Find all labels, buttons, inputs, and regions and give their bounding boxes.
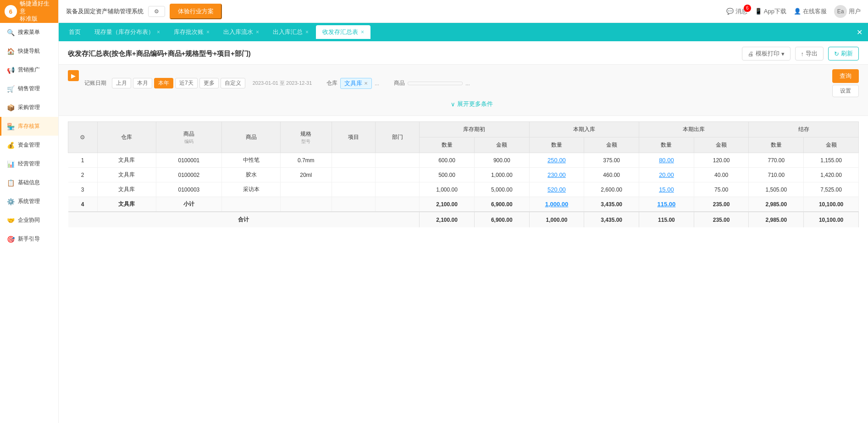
experience-button[interactable]: 体验行业方案 [170,4,222,19]
tab-batch-close[interactable]: × [206,29,210,35]
sidebar-item-guide[interactable]: 🎯 新手引导 [0,230,58,248]
row3-in-qty-link[interactable]: 520.00 [547,186,566,193]
date-btn-this-year[interactable]: 本年 [154,78,173,88]
sidebar-item-label: 资金管理 [18,141,40,149]
export-button[interactable]: ↑ 导出 [795,47,824,60]
tab-home[interactable]: 首页 [62,25,87,39]
date-btn-7days[interactable]: 近7天 [175,78,198,88]
sidebar-item-quick-nav[interactable]: 🏠 快捷导航 [0,42,58,60]
subtotal-opening-qty: 2,100.00 [420,197,475,212]
sidebar-item-finance[interactable]: 💰 资金管理 [0,136,58,154]
date-range: 2023-01-01 至 2023-12-31 [253,80,312,87]
total-opening-qty: 2,100.00 [420,212,475,227]
header-left: 装备及固定资产辅助管理系统 ⚙ 体验行业方案 [66,4,222,19]
sidebar-item-label: 经营管理 [18,160,40,168]
subtotal-closing-qty: 2,985.00 [749,197,804,212]
row2-spec: 20ml [280,168,332,182]
tab-receipt-summary[interactable]: 收发存汇总表 × [316,25,370,39]
th-opening-amt: 金额 [474,137,529,153]
tab-home-label: 首页 [69,28,81,36]
filter-toggle-icon[interactable]: ▶ [68,70,79,81]
refresh-button[interactable]: ↻ 刷新 [828,47,859,60]
row2-no: 2 [68,168,98,182]
sidebar-item-purchase[interactable]: 📦 采购管理 [0,98,58,117]
warehouse-tag-close[interactable]: × [364,80,368,87]
sidebar-item-collab[interactable]: 🤝 企业协同 [0,211,58,230]
sidebar-item-operations[interactable]: 📊 经营管理 [0,154,58,173]
sidebar-item-search[interactable]: 🔍 搜索菜单 [0,23,58,42]
row3-closing-amt: 7,525.00 [804,182,859,197]
inventory-icon: 🏪 [7,123,14,130]
subtotal-out-qty: 115.00 [639,197,694,212]
sidebar-item-base-info[interactable]: 📋 基础信息 [0,173,58,192]
filter-settings-button[interactable]: 设置 [832,85,859,97]
table-container: ⚙ 仓库 商品编码 商品 规格型号 项目 部门 库存期初 本期入库 本期出库 结… [59,116,868,236]
date-btn-more[interactable]: 更多 [199,78,219,88]
logo-text: 畅捷通好生意 标准版 [20,0,54,23]
app-download-label: App下载 [764,7,786,16]
tab-stock-dist-label: 现存量（库存分布表） [94,28,154,36]
row3-out-qty-link[interactable]: 15.00 [659,186,674,193]
tab-summary[interactable]: 出入库汇总 × [266,25,315,39]
row1-out-amt: 120.00 [694,153,749,168]
template-print-button[interactable]: 🖨 模板打印 ▾ [742,47,791,60]
warehouse-tag[interactable]: 文具库 × [340,78,372,89]
sidebar-item-label: 营销推广 [18,66,40,74]
date-btn-last-month[interactable]: 上月 [112,78,131,88]
row2-in-qty-link[interactable]: 230.00 [547,171,566,178]
row3-code: 0100003 [156,182,222,197]
sidebar-item-inventory[interactable]: 🏪 库存核算 [0,117,58,136]
row1-code: 0100001 [156,153,222,168]
tab-receipt-summary-close[interactable]: × [361,29,364,35]
subtotal-col5 [332,197,376,212]
query-button[interactable]: 查询 [832,69,859,83]
export-icon: ↑ [801,50,804,57]
subtotal-warehouse: 文具库 [97,197,156,212]
subtotal-label: 小计 [156,197,222,212]
online-service-item[interactable]: 👤 在线客服 [794,7,827,16]
settings-header-button[interactable]: ⚙ [148,6,165,17]
filter-bar: ▶ 记账日期 上月 本月 本年 近7天 更多 自定义 [59,65,868,116]
date-btn-this-month[interactable]: 本月 [133,78,152,88]
subtotal-in-qty-link[interactable]: 1,000.00 [545,201,569,208]
sidebar-item-sales[interactable]: 🛒 销售管理 [0,79,58,98]
row2-opening-amt: 1,000.00 [474,168,529,182]
sidebar-item-label: 系统管理 [18,198,40,205]
message-icon-item[interactable]: 💬 消息 6 [726,7,747,16]
sidebar-item-marketing[interactable]: 📢 营销推广 [0,60,58,79]
row2-out-qty-link[interactable]: 20.00 [659,171,674,178]
row3-project [332,182,376,197]
app-download-item[interactable]: 📱 App下载 [755,7,786,16]
row3-opening-qty: 1,000.00 [420,182,475,197]
marketing-icon: 📢 [7,66,14,74]
subtotal-opening-amt: 6,900.00 [474,197,529,212]
date-btn-custom[interactable]: 自定义 [221,78,245,88]
tab-bar-close-all[interactable]: ✕ [855,26,864,38]
sidebar-item-system[interactable]: ⚙️ 系统管理 [0,192,58,211]
tab-flow-close[interactable]: × [256,29,259,35]
row1-in-qty-link[interactable]: 250.00 [547,157,566,164]
tab-stock-dist-close[interactable]: × [157,29,160,35]
row1-opening-amt: 900.00 [474,153,529,168]
goods-input[interactable] [408,82,463,85]
row1-in-qty: 250.00 [529,153,584,168]
row2-in-qty: 230.00 [529,168,584,182]
goods-more[interactable]: ... [465,80,470,87]
subtotal-out-qty-link[interactable]: 115.00 [658,201,676,208]
tab-batch[interactable]: 库存批次账 × [167,25,216,39]
column-settings-icon[interactable]: ⚙ [80,134,85,141]
user-item[interactable]: Ea 用户 [834,5,861,18]
tab-flow[interactable]: 出入库流水 × [217,25,265,39]
row1-closing-amt: 1,155.00 [804,153,859,168]
tab-summary-close[interactable]: × [305,29,309,35]
warehouse-more[interactable]: ... [375,80,379,87]
tab-receipt-summary-label: 收发存汇总表 [322,28,358,36]
search-icon: 🔍 [7,29,14,36]
row1-out-qty-link[interactable]: 80.00 [659,157,674,164]
subtotal-closing-amt: 10,100.00 [804,197,859,212]
th-code: 商品编码 [156,122,222,153]
tab-stock-dist[interactable]: 现存量（库存分布表） × [88,25,166,39]
subtotal-out-amt: 235.00 [694,197,749,212]
expand-button[interactable]: ∨ 展开更多条件 [451,100,493,108]
row3-dept [376,182,420,197]
